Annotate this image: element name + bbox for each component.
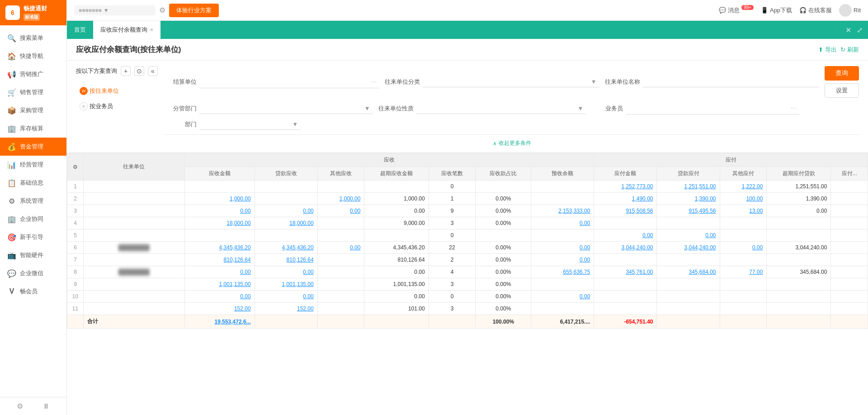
table-cell[interactable]: 2,153,333.00 [531, 205, 594, 217]
table-cell[interactable] [594, 303, 657, 315]
table-cell[interactable] [657, 217, 720, 229]
table-cell[interactable]: 4,345,436.20 [255, 242, 317, 254]
table-cell[interactable]: 345,761.00 [594, 266, 657, 278]
dept-select[interactable]: ▼ [199, 103, 373, 114]
sidebar-item-purchase[interactable]: 📦 采购管理 [0, 101, 66, 119]
sidebar-item-hardware[interactable]: 📺 智能硬件 [0, 246, 66, 264]
app-download-button[interactable]: 📱 App下载 [761, 6, 792, 14]
table-cell[interactable] [531, 303, 594, 315]
table-cell[interactable] [317, 303, 364, 315]
message-button[interactable]: 💬 消息 99+ [719, 6, 754, 14]
user-menu[interactable]: Rit [839, 4, 861, 17]
table-cell[interactable] [317, 254, 364, 266]
table-cell[interactable]: 0.00 [317, 242, 364, 254]
table-cell[interactable] [720, 217, 767, 229]
table-cell[interactable]: 915,495.56 [657, 205, 720, 217]
sidebar-item-basic[interactable]: 📋 基础信息 [0, 174, 66, 192]
table-cell[interactable] [720, 229, 767, 242]
table-cell[interactable] [594, 278, 657, 291]
topbar-gear-icon[interactable]: ⚙ [159, 6, 165, 14]
table-cell[interactable]: 3,044,240.00 [657, 242, 720, 254]
footer-recv-amount[interactable]: 19,553,472,6... [184, 315, 255, 329]
table-cell[interactable]: 1,000.00 [184, 193, 255, 205]
table-cell[interactable]: 13.00 [720, 205, 767, 217]
table-cell[interactable]: 810,126.64 [184, 254, 255, 266]
add-scheme-button[interactable]: + [121, 66, 131, 76]
table-cell[interactable] [720, 278, 767, 291]
division-select[interactable]: ▼ [199, 119, 301, 130]
collapse-scheme-button[interactable]: « [148, 66, 158, 76]
table-cell[interactable]: 0.00 [657, 229, 720, 242]
table-cell[interactable] [184, 181, 255, 193]
sidebar-item-quicknav[interactable]: 🏠 快捷导航 [0, 47, 66, 65]
table-cell[interactable]: 18,000.00 [255, 217, 317, 229]
table-cell[interactable] [317, 229, 364, 242]
table-cell[interactable] [594, 254, 657, 266]
sidebar-item-search[interactable]: 🔍 搜索菜单 [0, 29, 66, 47]
table-cell[interactable]: 0.00 [184, 266, 255, 278]
collapse-filter-button[interactable]: ∧ 收起更多条件 [165, 139, 859, 147]
sidebar-item-operation[interactable]: 📊 经营管理 [0, 156, 66, 174]
sidebar-item-finance[interactable]: 💰 资金管理 [0, 138, 66, 156]
scheme-by-salesman[interactable]: ⊙ 按业务员 [76, 100, 158, 112]
table-cell[interactable] [317, 181, 364, 193]
sidebar-item-sales[interactable]: 🛒 销售管理 [0, 83, 66, 101]
table-cell[interactable]: 77.00 [720, 266, 767, 278]
table-cell[interactable]: 0.00 [317, 205, 364, 217]
table-cell[interactable]: 152.00 [255, 303, 317, 315]
table-cell[interactable]: 810,126.64 [255, 254, 317, 266]
table-cell[interactable] [657, 303, 720, 315]
table-cell[interactable]: 1,390.00 [657, 193, 720, 205]
table-cell[interactable]: 0.00 [531, 242, 594, 254]
scheme-by-partner[interactable]: W 按往来单位 [76, 85, 158, 97]
table-cell[interactable] [255, 229, 317, 242]
address-bar[interactable]: ■■■■■■■ ▼ [74, 5, 156, 15]
table-cell[interactable]: 1,252,773.00 [594, 181, 657, 193]
tab-close-icon[interactable]: × [150, 27, 153, 33]
sidebar-item-guide[interactable]: 🎯 新手引导 [0, 228, 66, 246]
table-cell[interactable] [720, 303, 767, 315]
tab-home[interactable]: 首页 [67, 21, 93, 39]
table-cell[interactable]: 1,490.00 [594, 193, 657, 205]
salesman-select[interactable]: ··· [626, 102, 799, 114]
sidebar-item-wechat[interactable]: 💬 企业微信 [0, 264, 66, 282]
table-cell[interactable] [531, 229, 594, 242]
collapse-sidebar-icon[interactable]: ⏸ [42, 402, 50, 410]
table-cell[interactable]: 0.00 [184, 205, 255, 217]
export-button[interactable]: ⬆ 导出 [818, 46, 837, 54]
customer-service-button[interactable]: 🎧 在线客服 [799, 6, 832, 14]
table-cell[interactable]: 345,684.00 [657, 266, 720, 278]
table-cell[interactable] [657, 254, 720, 266]
partner-nature-select[interactable]: ▼ [416, 103, 586, 114]
table-cell[interactable] [531, 278, 594, 291]
table-cell[interactable]: 1,001,135.00 [184, 278, 255, 291]
table-cell[interactable] [531, 181, 594, 193]
table-cell[interactable]: 1,000.00 [317, 193, 364, 205]
partner-name-input[interactable] [643, 76, 819, 87]
col-setting-header[interactable]: ⚙ [67, 153, 84, 181]
table-cell[interactable]: 100.00 [720, 193, 767, 205]
table-cell[interactable] [594, 217, 657, 229]
sidebar-item-inventory[interactable]: 🏢 库存核算 [0, 119, 66, 138]
sidebar-item-marketing[interactable]: 📢 营销推广 [0, 65, 66, 83]
table-cell[interactable]: 3,044,240.00 [594, 242, 657, 254]
table-cell[interactable] [184, 229, 255, 242]
sidebar-item-enterprise[interactable]: 🏢 企业协同 [0, 210, 66, 228]
table-cell[interactable]: 0.00 [531, 254, 594, 266]
table-cell[interactable] [255, 193, 317, 205]
table-cell[interactable] [255, 181, 317, 193]
query-button[interactable]: 查询 [825, 66, 859, 81]
settings-button[interactable]: 设置 [825, 83, 859, 98]
edit-scheme-button[interactable]: ⊙ [134, 66, 144, 76]
sidebar-item-vip[interactable]: V 畅会员 [0, 282, 66, 301]
refresh-button[interactable]: ↻ 刷新 [840, 46, 859, 54]
table-cell[interactable]: 4,345,436.20 [184, 242, 255, 254]
window-close-icon[interactable]: ✕ [845, 26, 851, 34]
table-cell[interactable]: 915,508.56 [594, 205, 657, 217]
table-cell[interactable] [720, 254, 767, 266]
table-cell[interactable]: 655,636.75 [531, 266, 594, 278]
table-cell[interactable] [657, 278, 720, 291]
table-cell[interactable] [531, 193, 594, 205]
window-maximize-icon[interactable]: ⤢ [857, 26, 863, 34]
partner-category-select[interactable]: ▼ [423, 76, 599, 87]
